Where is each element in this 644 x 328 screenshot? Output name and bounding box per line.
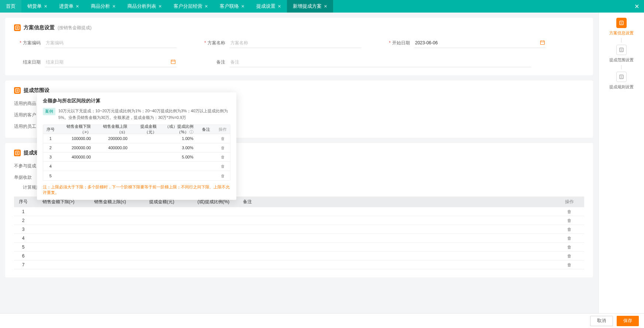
delete-icon[interactable]: 🗑 <box>567 236 572 241</box>
close-icon[interactable]: ✕ <box>112 4 116 9</box>
close-icon[interactable]: ✕ <box>76 4 79 9</box>
svg-rect-7 <box>620 75 623 79</box>
panel-badge-icon <box>14 24 21 31</box>
commission-table: 序号 销售金额下限(>) 销售金额上限(≤) 提成金额(元) (或)提成比例(%… <box>14 197 584 269</box>
end-label: 结束日期 <box>14 59 41 65</box>
delete-icon[interactable]: 🗑 <box>567 253 572 259</box>
code-input[interactable] <box>45 38 177 48</box>
table-row[interactable]: 3🗑 <box>14 225 584 234</box>
delete-icon[interactable]: 🗑 <box>221 174 225 178</box>
table-row: 4🗑 <box>43 162 230 171</box>
table-row: 3400000.005.00%🗑 <box>43 153 230 162</box>
calendar-icon[interactable] <box>540 40 545 46</box>
delete-icon[interactable]: 🗑 <box>221 164 225 168</box>
table-row[interactable]: 1🗑 <box>14 207 584 216</box>
tab-commission-setting[interactable]: 提成设置✕ <box>250 0 287 13</box>
close-all-icon[interactable]: ✕ <box>629 0 644 13</box>
tab-product-analysis[interactable]: 商品分析✕ <box>85 0 121 13</box>
tab-customer-tier[interactable]: 客户分层经营✕ <box>168 0 214 13</box>
anchor-nav: 方案信息设置 提成范围设置 提成规则设置 <box>598 13 644 313</box>
name-label: 方案名称 <box>199 40 225 46</box>
delete-icon[interactable]: 🗑 <box>567 245 572 250</box>
tab-new-commission-plan[interactable]: 新增提成方案✕ <box>287 0 333 13</box>
tab-product-analysis-list[interactable]: 商品分析列表✕ <box>121 0 168 13</box>
close-icon[interactable]: ✕ <box>241 4 244 9</box>
delete-icon[interactable]: 🗑 <box>567 227 572 232</box>
cancel-button[interactable]: 取消 <box>590 316 613 326</box>
delete-icon[interactable]: 🗑 <box>221 136 225 141</box>
svg-rect-3 <box>16 89 19 92</box>
svg-rect-2 <box>171 60 175 64</box>
col-op: 操作 <box>555 199 584 205</box>
delete-icon[interactable]: 🗑 <box>221 155 225 159</box>
delete-icon[interactable]: 🗑 <box>221 146 225 150</box>
table-row[interactable]: 6🗑 <box>14 252 584 260</box>
table-row[interactable]: 4🗑 <box>14 234 584 243</box>
start-label: 开始日期 <box>383 40 410 46</box>
tab-bar: 首页 销货单✕ 进货单✕ 商品分析✕ 商品分析列表✕ 客户分层经营✕ 客户联络✕… <box>0 0 644 13</box>
anchor-rule[interactable]: 提成规则设置 <box>599 72 644 90</box>
close-icon[interactable]: ✕ <box>205 4 208 9</box>
name-input[interactable] <box>230 38 361 48</box>
save-button[interactable]: 保存 <box>617 316 639 326</box>
table-row: 1100000.00200000.001.00%🗑 <box>43 134 230 143</box>
svg-rect-4 <box>16 151 19 155</box>
remark-input[interactable] <box>230 57 531 67</box>
close-icon[interactable]: ✕ <box>324 4 327 9</box>
end-date-input[interactable] <box>45 57 177 67</box>
anchor-scope[interactable]: 提成范围设置 <box>599 45 644 63</box>
popover-title: 全额参与所在区间段的计算 <box>43 98 230 104</box>
code-label: 方案编码 <box>14 40 41 46</box>
start-date-input[interactable] <box>414 38 546 48</box>
panel-info: 方案信息设置 (按销售金额提成) 方案编码 方案名称 开始日期 <box>5 18 593 75</box>
table-row[interactable]: 7🗑 <box>14 260 584 269</box>
close-icon[interactable]: ✕ <box>278 4 281 9</box>
footer: 取消 保存 <box>0 313 644 328</box>
delete-icon[interactable]: 🗑 <box>567 218 572 223</box>
col-remark: 备注 <box>239 199 555 205</box>
panel-title: 方案信息设置 <box>24 24 55 31</box>
tab-customer-contact[interactable]: 客户联络✕ <box>214 0 250 13</box>
case-tag: 案例 <box>43 108 55 115</box>
table-row[interactable]: 2🗑 <box>14 216 584 225</box>
table-row: 2200000.00400000.003.00%🗑 <box>43 143 230 153</box>
tab-home[interactable]: 首页 <box>0 0 21 13</box>
remark-label: 备注 <box>199 59 225 65</box>
panel-badge-icon <box>14 150 21 156</box>
svg-rect-0 <box>16 26 19 30</box>
case-text: 10万元以下无提成；10~20万元提成比例为1%；20~40万提成比例为3%；4… <box>58 108 230 121</box>
close-icon[interactable]: ✕ <box>44 4 47 9</box>
example-table: 序号 销售金额下限（>） 销售金额上限（≤） 提成金额（元） （或）提成比例（%… <box>43 124 230 181</box>
col-seq: 序号 <box>14 199 32 205</box>
tab-sales[interactable]: 销货单✕ <box>21 0 53 13</box>
panel-badge-icon <box>14 87 21 94</box>
close-icon[interactable]: ✕ <box>158 4 162 9</box>
tab-purchase[interactable]: 进货单✕ <box>53 0 85 13</box>
anchor-info[interactable]: 方案信息设置 <box>599 18 644 36</box>
table-row: 5🗑 <box>43 171 230 180</box>
popover-note: 注：上限必须大于下限；多个阶梯时，下一个阶梯下限要等于前一阶梯上限；不同行之间下… <box>43 184 230 195</box>
svg-rect-5 <box>620 21 623 25</box>
table-row[interactable]: 5🗑 <box>14 243 584 252</box>
delete-icon[interactable]: 🗑 <box>567 209 572 214</box>
info-icon[interactable]: ⓘ <box>189 130 193 134</box>
delete-icon[interactable]: 🗑 <box>567 262 572 267</box>
calendar-icon[interactable] <box>171 59 176 65</box>
example-popover: 全额参与所在区间段的计算 案例 10万元以下无提成；10~20万元提成比例为1%… <box>37 92 236 200</box>
panel-subtitle: (按销售金额提成) <box>58 25 92 31</box>
svg-rect-6 <box>620 48 623 52</box>
svg-rect-1 <box>541 41 545 45</box>
